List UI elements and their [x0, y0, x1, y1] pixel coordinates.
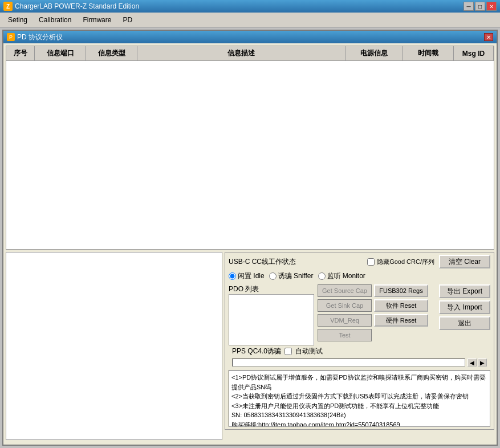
minimize-button[interactable]: ─: [464, 2, 474, 11]
progress-row: ◀ ▶: [232, 359, 487, 366]
inner-close-button[interactable]: ✕: [484, 33, 493, 41]
radio-group: 闲置 Idle 诱骗 Sniffer 监听 Monitor: [229, 270, 490, 282]
table-header: 序号 信息端口 信息类型 信息描述 电源信息 时间截 Msg ID: [6, 46, 494, 61]
hide-good-crc-checkbox[interactable]: [367, 258, 375, 266]
progress-area: ◀ ▶: [229, 357, 490, 368]
scroll-right-button[interactable]: ▶: [478, 359, 487, 366]
pps-row: PPS QC4.0诱骗 自动测试: [229, 345, 490, 357]
bottom-section: USB-C CC线工作状态 隐藏Good CRC/序列 清空 Clear 闲置 …: [6, 252, 494, 440]
scroll-arrows: ◀ ▶: [468, 359, 487, 366]
close-button[interactable]: ✕: [486, 2, 497, 11]
radio-idle[interactable]: 闲置 Idle: [229, 271, 265, 281]
col-seq: 序号: [6, 46, 35, 60]
test-button[interactable]: Test: [318, 329, 372, 341]
cc-status-label: USB-C CC线工作状态: [229, 257, 296, 267]
pdo-label-area: PDO 列表: [229, 284, 314, 345]
soft-reset-button[interactable]: 软件 Reset: [374, 299, 428, 312]
hide-crc-label: 隐藏Good CRC/序列: [377, 258, 434, 266]
progress-bar: [232, 359, 465, 366]
left-panel: [6, 252, 222, 440]
auto-test-label: 自动测试: [295, 347, 323, 356]
menu-seting[interactable]: Seting: [2, 15, 33, 25]
clear-button[interactable]: 清空 Clear: [439, 255, 490, 268]
col-msgid: Msg ID: [454, 46, 494, 60]
inner-title-bar: P PD 协议分析仪 ✕: [3, 31, 497, 43]
main-window: P PD 协议分析仪 ✕ 序号 信息端口 信息类型 信息描述 电源信息 时间截 …: [2, 30, 498, 446]
menu-calibration[interactable]: Calibration: [33, 15, 77, 25]
menu-firmware[interactable]: Firmware: [77, 15, 117, 25]
cc-status-section: USB-C CC线工作状态 隐藏Good CRC/序列 清空 Clear 闲置 …: [225, 252, 494, 430]
exit-button[interactable]: 退出: [439, 316, 490, 330]
pdo-btn-row4: Test: [318, 329, 428, 341]
title-bar-controls: ─ □ ✕: [464, 2, 497, 11]
get-source-cap-button[interactable]: Get Source Cap: [318, 284, 372, 297]
col-time: 时间截: [403, 46, 454, 60]
pps-label: PPS QC4.0诱骗: [232, 347, 281, 356]
get-sink-cap-button[interactable]: Get Sink Cap: [318, 299, 372, 312]
menu-bar: Seting Calibration Firmware PD: [0, 13, 500, 27]
hide-crc-area: 隐藏Good CRC/序列: [367, 258, 434, 266]
right-panel: USB-C CC线工作状态 隐藏Good CRC/序列 清空 Clear 闲置 …: [225, 252, 494, 440]
pdo-btn-row3: VDM_Req 硬件 Reset: [318, 314, 428, 327]
menu-pd[interactable]: PD: [117, 15, 138, 25]
pdo-label: PDO 列表: [229, 284, 259, 294]
pdo-list-box[interactable]: [229, 294, 314, 345]
scroll-left-button[interactable]: ◀: [468, 359, 477, 366]
pdo-btn-row1: Get Source Cap FUSB302 Regs: [318, 284, 428, 297]
log-text: <1>PD协议测试属于增值服务，如需要PD协议监控和嗅探请联系厂商购买密钥，购买…: [231, 373, 487, 427]
inner-window-title: PD 协议分析仪: [17, 32, 63, 42]
fusb302-regs-button[interactable]: FUSB302 Regs: [374, 284, 428, 297]
export-button[interactable]: 导出 Export: [439, 284, 490, 298]
hard-reset-button[interactable]: 硬件 Reset: [374, 314, 428, 327]
app-title: ChargerLAB POWER-Z Standard Edition: [15, 2, 464, 10]
radio-sniffer[interactable]: 诱骗 Sniffer: [269, 271, 314, 281]
maximize-button[interactable]: □: [475, 2, 485, 11]
right-action-buttons: 导出 Export 导入 Import 退出: [439, 284, 490, 330]
vdm-req-button[interactable]: VDM_Req: [318, 314, 372, 327]
pdo-buttons: Get Source Cap FUSB302 Regs Get Sink Cap…: [318, 284, 428, 341]
cc-status-row1: USB-C CC线工作状态 隐藏Good CRC/序列 清空 Clear: [229, 255, 490, 268]
col-type: 信息类型: [86, 46, 137, 60]
import-button[interactable]: 导入 Import: [439, 300, 490, 314]
app-icon: Z: [3, 2, 13, 11]
log-area[interactable]: <1>PD协议测试属于增值服务，如需要PD协议监控和嗅探请联系厂商购买密钥，购买…: [229, 370, 490, 427]
pdo-btn-row2: Get Sink Cap 软件 Reset: [318, 299, 428, 312]
title-bar: Z ChargerLAB POWER-Z Standard Edition ─ …: [0, 0, 500, 13]
col-power: 电源信息: [345, 46, 403, 60]
auto-test-checkbox[interactable]: [284, 348, 292, 355]
pdo-section: PDO 列表 Get Source Cap FUSB302 Regs Get S…: [229, 284, 490, 345]
col-desc: 信息描述: [137, 46, 345, 60]
radio-monitor[interactable]: 监听 Monitor: [318, 271, 365, 281]
table-area: 序号 信息端口 信息类型 信息描述 电源信息 时间截 Msg ID: [6, 46, 494, 250]
col-port: 信息端口: [35, 46, 86, 60]
table-body: [6, 61, 494, 250]
pd-icon: P: [7, 33, 15, 41]
